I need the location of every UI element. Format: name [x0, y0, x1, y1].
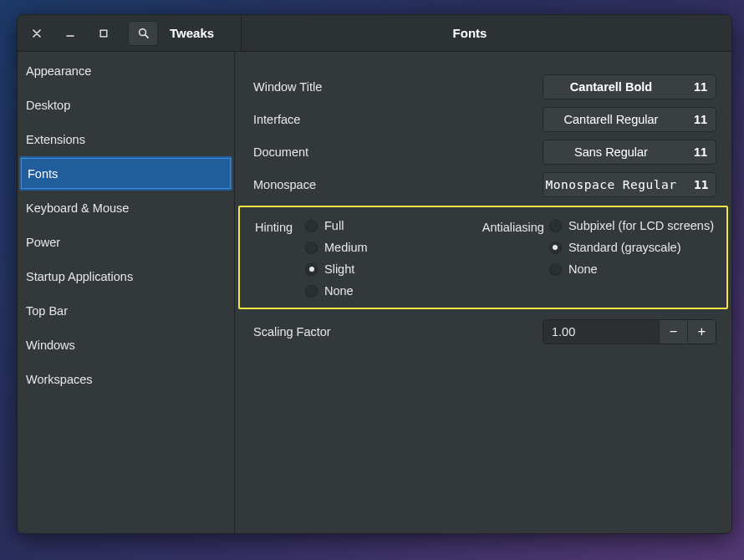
sidebar-item-label: Startup Applications — [26, 270, 133, 283]
sidebar: AppearanceDesktopExtensionsFontsKeyboard… — [18, 52, 235, 533]
radio-icon — [305, 285, 318, 298]
font-row-label: Document — [253, 145, 308, 159]
font-row: DocumentSans Regular11 — [253, 135, 716, 168]
font-name: Sans Regular — [543, 145, 679, 159]
sidebar-item-keyboard-mouse[interactable]: Keyboard & Mouse — [18, 191, 234, 225]
font-row-label: Window Title — [253, 80, 322, 94]
radio-icon — [549, 220, 562, 232]
sidebar-item-workspaces[interactable]: Workspaces — [18, 362, 234, 396]
plus-icon: + — [698, 324, 706, 339]
minus-icon: − — [670, 324, 677, 339]
antialiasing-label: Antialiasing — [474, 217, 549, 298]
hinting-radio-medium[interactable]: Medium — [305, 241, 368, 254]
antialiasing-radio-standard-grayscale[interactable]: Standard (grayscale) — [549, 241, 714, 254]
highlighted-section: Hinting FullMediumSlightNone Antialiasin… — [238, 206, 728, 309]
sidebar-item-windows[interactable]: Windows — [18, 328, 234, 362]
scaling-decrement-button[interactable]: − — [659, 320, 687, 344]
sidebar-item-label: Desktop — [26, 99, 70, 112]
radio-label: Full — [324, 219, 344, 232]
radio-icon — [305, 220, 318, 232]
font-size: 11 — [694, 113, 716, 126]
hinting-radio-full[interactable]: Full — [305, 219, 368, 232]
sidebar-item-startup-applications[interactable]: Startup Applications — [18, 259, 234, 293]
font-row-label: Monospace — [253, 178, 316, 191]
content-area: Window TitleCantarell Bold11InterfaceCan… — [235, 52, 731, 533]
search-button[interactable] — [128, 21, 158, 46]
radio-label: Standard (grayscale) — [568, 241, 681, 254]
radio-label: Slight — [324, 262, 354, 276]
font-row: Window TitleCantarell Bold11 — [253, 70, 716, 103]
hinting-label: Hinting — [255, 217, 305, 298]
minimize-button[interactable] — [56, 21, 84, 46]
close-icon — [33, 29, 41, 38]
sidebar-item-label: Power — [26, 236, 60, 249]
tweaks-window: Tweaks Fonts AppearanceDesktopExtensions… — [17, 14, 732, 534]
font-size: 11 — [694, 178, 716, 191]
radio-icon — [305, 263, 318, 276]
sidebar-item-top-bar[interactable]: Top Bar — [18, 293, 234, 328]
svg-rect-0 — [100, 30, 107, 37]
sidebar-item-label: Top Bar — [26, 304, 68, 318]
sidebar-item-label: Extensions — [26, 133, 85, 146]
font-row-label: Interface — [253, 113, 300, 126]
antialiasing-radio-subpixel-for-lcd-screens[interactable]: Subpixel (for LCD screens) — [549, 219, 714, 232]
scaling-factor-label: Scaling Factor — [253, 325, 331, 339]
minimize-icon — [65, 29, 75, 38]
sidebar-item-appearance[interactable]: Appearance — [18, 53, 234, 88]
font-size: 11 — [694, 145, 716, 159]
sidebar-item-label: Windows — [26, 339, 75, 352]
close-button[interactable] — [23, 21, 51, 46]
sidebar-item-label: Fonts — [28, 167, 58, 181]
sidebar-item-label: Appearance — [26, 64, 91, 78]
sidebar-item-extensions[interactable]: Extensions — [18, 122, 234, 156]
hinting-radio-slight[interactable]: Slight — [305, 262, 368, 276]
radio-label: Subpixel (for LCD screens) — [568, 219, 714, 232]
scaling-increment-button[interactable]: + — [687, 320, 716, 344]
font-name: Cantarell Regular — [543, 113, 679, 126]
font-name: Cantarell Bold — [543, 80, 679, 94]
font-name: Monospace Regular — [543, 178, 679, 191]
search-icon — [137, 27, 150, 39]
sidebar-item-fonts[interactable]: Fonts — [19, 156, 232, 191]
sidebar-item-desktop[interactable]: Desktop — [18, 88, 234, 122]
hinting-radio-none[interactable]: None — [305, 284, 368, 298]
page-title: Fonts — [225, 26, 715, 40]
radio-icon — [305, 242, 318, 254]
scaling-factor-stepper[interactable]: 1.00 − + — [543, 319, 716, 344]
sidebar-item-label: Workspaces — [26, 373, 93, 386]
radio-icon — [549, 242, 562, 254]
font-select-button[interactable]: Monospace Regular11 — [543, 172, 716, 197]
radio-label: None — [324, 284, 354, 298]
antialiasing-radio-none[interactable]: None — [549, 262, 714, 276]
radio-label: None — [568, 262, 598, 276]
font-row: MonospaceMonospace Regular11 — [253, 168, 716, 201]
font-row: InterfaceCantarell Regular11 — [253, 103, 716, 135]
font-size: 11 — [694, 80, 716, 94]
radio-icon — [549, 263, 562, 276]
app-title: Tweaks — [170, 26, 214, 40]
font-select-button[interactable]: Cantarell Bold11 — [543, 74, 716, 99]
maximize-button[interactable] — [89, 21, 118, 46]
font-select-button[interactable]: Sans Regular11 — [543, 140, 716, 165]
font-select-button[interactable]: Cantarell Regular11 — [543, 107, 716, 132]
header-bar: Tweaks Fonts — [18, 15, 731, 52]
sidebar-item-power[interactable]: Power — [18, 225, 234, 259]
maximize-icon — [99, 29, 108, 38]
radio-label: Medium — [324, 241, 368, 254]
scaling-factor-value[interactable]: 1.00 — [543, 320, 659, 344]
sidebar-item-label: Keyboard & Mouse — [26, 201, 129, 215]
